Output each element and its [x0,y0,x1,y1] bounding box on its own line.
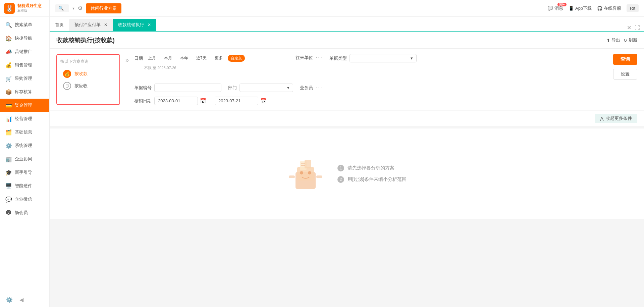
tab-home[interactable]: 首页 [50,19,69,31]
sidebar-label-hardware: 智能硬件 [15,183,32,189]
setting-button[interactable]: 设置 [613,69,637,80]
sidebar-item-inventory[interactable]: 📦 库存核算 [0,85,49,99]
docno-input[interactable] [154,84,221,92]
tab-receipt-close[interactable]: ✕ [148,22,151,27]
sidebar-label-system: 系统管理 [15,143,32,149]
verify-date-end-cal[interactable]: 📅 [260,98,267,104]
settings-bottom-icon[interactable]: ⚙️ [5,296,13,304]
filter-collapse-btn[interactable]: » [125,54,129,105]
sidebar-item-marketing[interactable]: 📣 营销推广 [0,45,49,58]
app-name: 畅捷通好生意 [17,3,42,9]
page-content: 收款核销执行(按收款) ⬆ 导出 ↻ 刷新 按以下方案查询 💰 按收款 [50,32,644,307]
basic-icon: 🗂️ [5,129,12,136]
dept-select[interactable]: ▾ [239,84,293,92]
app-icon: 📱 [569,6,574,11]
sidebar-label-enterprise: 企业协同 [15,156,32,162]
user-name: Rit [630,6,635,11]
date-btn-custom[interactable]: 自定义 [228,55,245,62]
tip1-num: 1 [337,165,344,171]
sidebar-item-hardware[interactable]: 🖥️ 智能硬件 [0,179,49,193]
docno-field: 单据编号 [134,84,221,92]
sidebar-item-search[interactable]: 🔍 搜索菜单 [0,18,49,32]
date-btn-thisyear[interactable]: 本年 [177,54,191,62]
verify-date-start-cal[interactable]: 📅 [200,98,206,104]
date-btn-more[interactable]: 更多 [212,54,226,62]
sidebar-item-purchase[interactable]: 🛒 采购管理 [0,72,49,85]
sidebar-label-guide: 新手引导 [15,169,32,175]
topbar-gear-icon[interactable]: ⚙ [78,5,83,11]
tab-prepay[interactable]: 预付冲应付单 ✕ [69,19,113,31]
date-btn-7days[interactable]: 近7天 [193,54,210,62]
tab-receipt[interactable]: 收款核销执行 ✕ [113,19,156,31]
main-area: 🔍 ▾ ⚙ 休闲行业方案 💬 消息 99+ 📱 App下载 🎧 在线客服 Rit [50,0,644,307]
sidebar-bottom: ⚙️ ◀ [0,292,49,307]
topbar-chevron-icon[interactable]: ▾ [72,6,74,11]
topbar-search-box[interactable]: 🔍 [55,4,69,12]
sidebar-item-system[interactable]: ⚙️ 系统管理 [0,139,49,152]
sidebar-item-basic[interactable]: 🗂️ 基础信息 [0,125,49,139]
page-title: 收款核销执行(按收款) [56,36,115,48]
sidebar-item-finance[interactable]: 💳 资金管理 [0,99,49,112]
tab-receipt-label: 收款核销执行 [118,22,144,28]
inventory-icon: 📦 [5,89,12,95]
filter-option-receivable[interactable]: ⏱ 按应收 [60,80,116,92]
collapse-sidebar-icon[interactable]: ◀ [17,296,25,304]
verify-date-start-input[interactable] [154,97,198,105]
sales-icon: 💰 [5,62,12,68]
topbar-search-icon: 🔍 [58,6,64,11]
topbar-user[interactable]: Rit [627,4,639,12]
tab-expand-action[interactable]: ⛶ [635,25,640,31]
svg-rect-7 [305,160,311,168]
tabbar: 首页 预付冲应付单 ✕ 收款核销执行 ✕ ✕ ⛶ [50,17,644,32]
verify-date-end-input[interactable] [215,97,258,105]
sidebar-item-member[interactable]: 🅥 畅会员 [0,206,49,219]
filter-option-receipt[interactable]: 💰 按收款 [60,68,116,80]
sidebar-item-enterprise[interactable]: 🏢 企业协同 [0,152,49,166]
sidebar-item-wechat[interactable]: 💬 企业微信 [0,193,49,206]
doctype-label: 单据类型 [329,55,347,61]
verify-date-range: 📅 — 📅 [154,97,267,105]
sidebar-label-basic: 基础信息 [15,129,32,135]
doctype-select-arrow: ▾ [411,56,413,61]
topbar-online-service[interactable]: 🎧 在线客服 [597,5,621,11]
sidebar-item-quick[interactable]: 🏠 快捷导航 [0,32,49,45]
tab-close-action[interactable]: ✕ [627,24,631,31]
collapse-more-button[interactable]: ⋀ 收起更多条件 [595,114,637,123]
empty-tip-1: 1 请先选择要分析的方案 [337,165,407,171]
date-field: 日期 上月 本月 本年 近7天 更多 自定义 不限 至 2023-07-26 [134,54,289,70]
sidebar-item-guide[interactable]: 🎓 新手引导 [0,166,49,179]
refresh-button[interactable]: ↻ 刷新 [624,37,637,43]
empty-tips: 1 请先选择要分析的方案 2 用[过滤]条件来缩小分析范围 [337,165,407,183]
sidebar-item-sales[interactable]: 💰 销售管理 [0,58,49,72]
filter-actions: 查询 设置 [613,54,637,80]
collapse-up-icon: ⋀ [600,116,604,121]
sidebar-label-purchase: 采购管理 [15,75,32,82]
salesman-dots[interactable]: ··· [316,84,323,91]
sidebar-label-search: 搜索菜单 [15,22,32,28]
sidebar: 🐰 畅捷通好生意 标准版 🔍 搜索菜单 🏠 快捷导航 📣 营销推广 💰 销售管理… [0,0,50,307]
query-button[interactable]: 查询 [613,54,637,65]
topbar-message[interactable]: 💬 消息 99+ [548,5,563,11]
solution-button[interactable]: 休闲行业方案 [86,3,121,13]
export-label: 导出 [611,37,620,43]
system-icon: ⚙️ [5,142,12,149]
sidebar-label-finance: 资金管理 [15,102,32,108]
partner-dots[interactable]: ··· [316,54,323,61]
date-btn-thismonth[interactable]: 本月 [161,54,175,62]
app-logo-icon: 🐰 [4,3,15,14]
tip2-text: 用[过滤]条件来缩小分析范围 [347,176,407,183]
tab-prepay-close[interactable]: ✕ [104,22,107,27]
quick-nav-icon: 🏠 [5,35,12,42]
filter-row-3: 核销日期 📅 — 📅 [134,97,637,105]
topbar-right: 💬 消息 99+ 📱 App下载 🎧 在线客服 Rit [548,4,639,12]
doctype-select[interactable]: ▾ [350,54,417,62]
sidebar-label-sales: 销售管理 [15,62,32,68]
sidebar-item-operation[interactable]: 📊 经营管理 [0,112,49,125]
app-label: App下载 [575,5,592,11]
export-button[interactable]: ⬆ 导出 [606,37,620,43]
date-btn-lastmonth[interactable]: 上月 [145,54,159,62]
date-nolimit: 不限 至 2023-07-26 [144,66,176,70]
filter-receipt-icon: 💰 [63,70,71,78]
topbar-app-download[interactable]: 📱 App下载 [569,5,592,11]
verify-date-sep: — [208,98,213,103]
